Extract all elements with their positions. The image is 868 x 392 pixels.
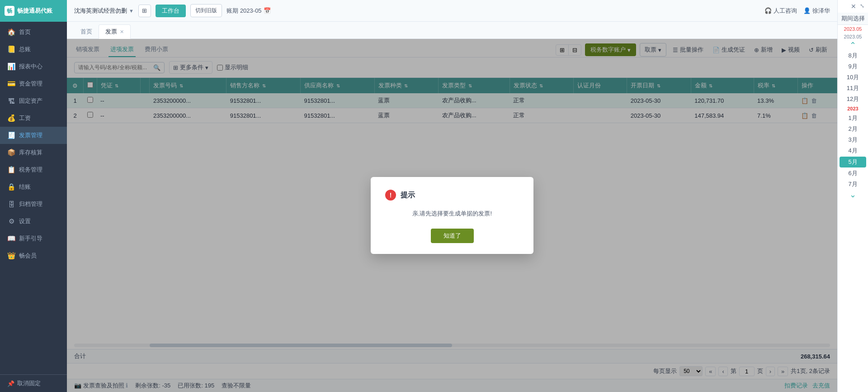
chevron-down-icon: ⌄ bbox=[849, 190, 856, 200]
period-label: 账期 bbox=[226, 7, 238, 15]
period-month-4[interactable]: 4月 bbox=[838, 145, 868, 156]
sidebar-footer-unpin[interactable]: 📌 取消固定 bbox=[0, 374, 67, 392]
ledger-icon: 📒 bbox=[7, 45, 15, 53]
period-month-12[interactable]: 12月 bbox=[838, 94, 868, 105]
chevron-up[interactable]: ⌃ bbox=[838, 40, 868, 50]
sidebar-label-archive: 归档管理 bbox=[19, 200, 42, 208]
period-month-2[interactable]: 2月 bbox=[838, 124, 868, 134]
modal-ok-button[interactable]: 知道了 bbox=[431, 229, 474, 243]
period-month-9[interactable]: 9月 bbox=[838, 61, 868, 72]
sidebar-label-assets: 固定资产 bbox=[19, 97, 42, 105]
period-panel: ✕ ⤡ 期间选择 2023.05 2023.05 ⌃ 8月 9月 10月 11月… bbox=[837, 0, 868, 392]
sidebar-item-ledger[interactable]: 📒 总账 bbox=[0, 41, 67, 58]
modal-dialog: ! 提示 亲,请先选择要生成单据的发票! 知道了 bbox=[371, 177, 533, 254]
panel-controls: ✕ ⤡ bbox=[838, 0, 868, 13]
sidebar-item-inventory[interactable]: 📦 库存核算 bbox=[0, 144, 67, 161]
sidebar-label-home: 首页 bbox=[19, 28, 31, 36]
sidebar-label-reports: 报表中心 bbox=[19, 62, 42, 71]
period-month-5-active[interactable]: 5月 bbox=[840, 157, 866, 167]
assets-icon: 🏗 bbox=[7, 97, 15, 105]
sidebar-item-salary[interactable]: 💰 工资 bbox=[0, 110, 67, 127]
modal-message: 亲,请先选择要生成单据的发票! bbox=[385, 210, 519, 218]
close-panel-button[interactable]: ✕ bbox=[849, 2, 858, 11]
guide-icon: 📖 bbox=[7, 234, 15, 243]
sidebar-item-settings[interactable]: ⚙ 设置 bbox=[0, 213, 67, 230]
close-tab-icon[interactable]: ✕ bbox=[120, 29, 124, 35]
period-month-7[interactable]: 7月 bbox=[838, 179, 868, 190]
settings-icon: ⚙ bbox=[7, 217, 15, 225]
content-area: 销项发票 进项发票 费用小票 ⊞ ⊟ 税务数字账户 ▾ 取票 ▾ bbox=[67, 39, 837, 392]
sidebar-menu: 🏠 首页 📒 总账 📊 报表中心 💳 资金管理 🏗 固定资产 💰 工资 🧾 发票… bbox=[0, 22, 67, 374]
user-icon: 👤 bbox=[803, 7, 811, 14]
sidebar-label-invoice: 发票管理 bbox=[19, 131, 42, 139]
period-year-top2: 2023.05 bbox=[838, 33, 868, 40]
headset-icon: 🎧 bbox=[764, 7, 772, 14]
sidebar-label-settings: 设置 bbox=[19, 217, 31, 225]
sidebar-item-funds[interactable]: 💳 资金管理 bbox=[0, 75, 67, 92]
period-year-top: 2023.05 bbox=[838, 25, 868, 33]
modal-title: 提示 bbox=[401, 191, 415, 200]
pin-icon: 📌 bbox=[7, 380, 14, 387]
sidebar-item-close[interactable]: 🔒 结账 bbox=[0, 178, 67, 196]
workspace-button[interactable]: 工作台 bbox=[156, 5, 186, 17]
chevron-down[interactable]: ⌄ bbox=[838, 190, 868, 200]
tabbar: 首页 发票 ✕ bbox=[67, 22, 837, 39]
period-month-10[interactable]: 10月 bbox=[838, 72, 868, 83]
chevron-up-icon: ⌃ bbox=[849, 40, 856, 50]
calendar-icon: 📅 bbox=[264, 7, 271, 14]
grid-icon: ⊞ bbox=[142, 7, 147, 14]
sidebar-item-archive[interactable]: 🗄 归档管理 bbox=[0, 196, 67, 213]
warning-icon: ! bbox=[385, 190, 396, 201]
period-month-1[interactable]: 1月 bbox=[838, 113, 868, 124]
sidebar-logo: 畅 畅捷通易代账 bbox=[0, 0, 67, 22]
chevron-down-icon: ▼ bbox=[129, 8, 134, 14]
tab-invoice-label: 发票 bbox=[105, 28, 117, 36]
archive-icon: 🗄 bbox=[7, 201, 15, 208]
sidebar-item-invoice[interactable]: 🧾 发票管理 bbox=[0, 127, 67, 144]
modal-footer: 知道了 bbox=[385, 229, 519, 243]
sidebar-item-assets[interactable]: 🏗 固定资产 bbox=[0, 92, 67, 110]
sidebar-label-ledger: 总账 bbox=[19, 45, 31, 53]
sidebar-item-guide[interactable]: 📖 新手引导 bbox=[0, 230, 67, 247]
sidebar-item-home[interactable]: 🏠 首页 bbox=[0, 24, 67, 41]
period-month-6[interactable]: 6月 bbox=[838, 168, 868, 179]
sidebar-label-member: 畅会员 bbox=[19, 252, 37, 260]
sidebar-label-inventory: 库存核算 bbox=[19, 148, 42, 157]
period-month-8[interactable]: 8月 bbox=[838, 50, 868, 61]
main-area: 沈海英测试经营勿删 ▼ ⊞ 工作台 切到旧版 账期 2023-05 📅 🎧 人工… bbox=[67, 0, 837, 392]
tab-home-label: 首页 bbox=[80, 28, 92, 36]
period-header-text: 期间选择 bbox=[841, 15, 865, 22]
service-label: 人工咨询 bbox=[774, 7, 797, 15]
close-accounts-icon: 🔒 bbox=[7, 183, 15, 191]
expand-panel-button[interactable]: ⤡ bbox=[858, 2, 866, 11]
tab-home[interactable]: 首页 bbox=[74, 25, 99, 38]
logo-text: 畅捷通易代账 bbox=[17, 7, 52, 15]
sidebar-item-member[interactable]: 👑 畅会员 bbox=[0, 247, 67, 264]
company-name: 沈海英测试经营勿删 bbox=[74, 7, 127, 15]
company-settings-button[interactable]: ⊞ bbox=[138, 5, 151, 17]
period-panel-header: 期间选择 bbox=[838, 13, 868, 25]
company-selector[interactable]: 沈海英测试经营勿删 ▼ bbox=[74, 7, 134, 15]
topbar: 沈海英测试经营勿删 ▼ ⊞ 工作台 切到旧版 账期 2023-05 📅 🎧 人工… bbox=[67, 0, 837, 22]
sidebar-label-guide: 新手引导 bbox=[19, 234, 42, 243]
sidebar-item-reports[interactable]: 📊 报表中心 bbox=[0, 58, 67, 75]
period-month-3[interactable]: 3月 bbox=[838, 134, 868, 145]
member-icon: 👑 bbox=[7, 252, 15, 260]
topbar-right: 🎧 人工咨询 👤 徐泽华 bbox=[764, 7, 830, 15]
logo-icon: 畅 bbox=[5, 6, 14, 16]
period-year-2023[interactable]: 2023 bbox=[838, 105, 868, 113]
tab-invoice[interactable]: 发票 ✕ bbox=[99, 24, 131, 39]
reports-icon: 📊 bbox=[7, 62, 15, 71]
funds-icon: 💳 bbox=[7, 80, 15, 88]
sidebar-label-salary: 工资 bbox=[19, 114, 31, 122]
modal-overlay: ! 提示 亲,请先选择要生成单据的发票! 知道了 bbox=[67, 39, 837, 392]
user-menu[interactable]: 👤 徐泽华 bbox=[803, 7, 830, 15]
sidebar-item-tax[interactable]: 📋 税务管理 bbox=[0, 161, 67, 178]
customer-service-button[interactable]: 🎧 人工咨询 bbox=[764, 7, 797, 15]
invoice-icon: 🧾 bbox=[7, 131, 15, 139]
user-name: 徐泽华 bbox=[812, 7, 830, 15]
old-version-button[interactable]: 切到旧版 bbox=[190, 4, 222, 17]
sidebar-label-funds: 资金管理 bbox=[19, 80, 42, 88]
period-month-11[interactable]: 11月 bbox=[838, 83, 868, 94]
period-value: 2023-05 bbox=[240, 7, 262, 14]
